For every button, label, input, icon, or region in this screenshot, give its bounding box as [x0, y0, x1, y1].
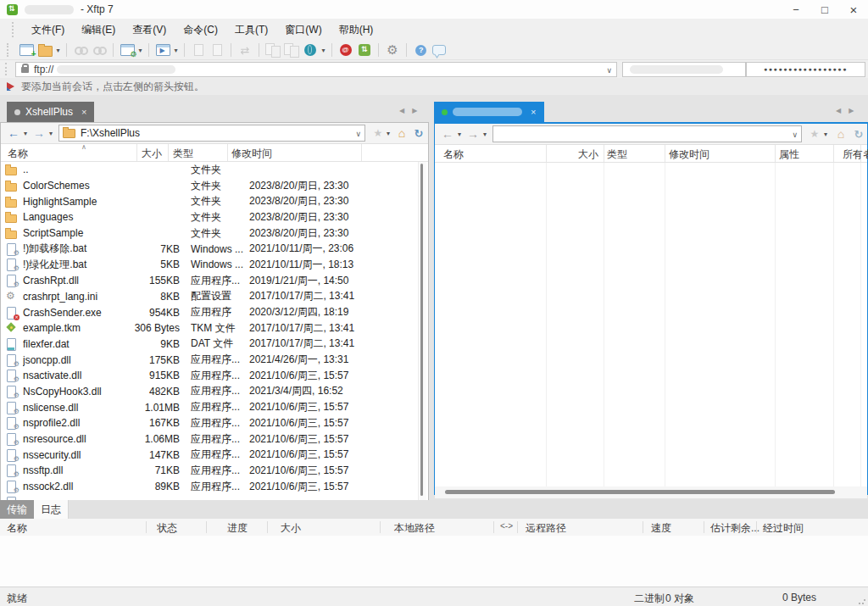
minimize-button[interactable]: −	[782, 0, 810, 19]
maximize-button[interactable]: □	[810, 0, 839, 19]
file-row[interactable]: CrashSender.exe954KB应用程序2020/3/12/周四, 18…	[1, 304, 428, 320]
tab-scroll-left-icon[interactable]: ◀	[399, 107, 404, 115]
file-row[interactable]: !)卸载移除.bat7KBWindows ...2021/10/11/周一, 2…	[1, 241, 428, 257]
col-size[interactable]: 大小	[554, 147, 598, 162]
home-button[interactable]	[833, 124, 849, 144]
col-local-path[interactable]: 本地路径	[394, 521, 435, 536]
col-modified[interactable]: 修改时间	[669, 147, 709, 162]
file-row[interactable]: example.tkm306 BytesTKM 文件2017/10/17/周二,…	[1, 320, 428, 336]
refresh-button[interactable]	[411, 123, 426, 143]
col-type[interactable]: 类型	[607, 147, 627, 162]
close-button[interactable]: ×	[839, 0, 868, 19]
col-name[interactable]: 名称	[443, 147, 464, 162]
col-progress[interactable]: 进度	[227, 521, 248, 536]
file-row[interactable]: Languages文件夹2023/8/20/周日, 23:30	[1, 209, 428, 225]
local-path-combobox[interactable]: F:\XshellPlus	[58, 125, 365, 142]
col-elapsed[interactable]: 经过时间	[763, 521, 804, 536]
path-dropdown-caret[interactable]	[355, 127, 361, 139]
favorites-dropdown-caret[interactable]	[821, 124, 830, 144]
horizontal-scrollbar[interactable]	[435, 486, 867, 498]
back-button[interactable]	[6, 123, 21, 143]
col-direction[interactable]: <->	[500, 521, 513, 531]
favorites-button[interactable]	[371, 123, 385, 143]
col-size[interactable]: 大小	[115, 147, 162, 161]
web-dropdown-caret[interactable]	[320, 47, 327, 54]
menu-help[interactable]: 帮助(H)	[331, 20, 381, 40]
close-tab-icon[interactable]: ×	[531, 107, 536, 117]
favorites-dropdown-caret[interactable]	[384, 123, 392, 143]
new-session-button[interactable]: +	[18, 42, 35, 59]
file-row[interactable]: nssftp.dll71KB应用程序...2021/10/6/周三, 15:57	[1, 463, 428, 479]
tab-local-xshellplus[interactable]: XshellPlus ×	[7, 102, 94, 122]
file-row[interactable]: ColorSchemes文件夹2023/8/20/周日, 23:30	[1, 178, 428, 194]
refresh-button[interactable]	[852, 124, 865, 144]
open-dropdown-caret[interactable]	[54, 47, 62, 54]
file-row[interactable]: ..文件夹	[1, 162, 428, 178]
menu-window[interactable]: 窗口(W)	[277, 20, 329, 40]
session-properties-button[interactable]: ⚙	[119, 42, 136, 59]
scrollbar-thumb[interactable]	[420, 164, 423, 496]
layout-dropdown-caret[interactable]	[172, 47, 180, 54]
forward-dropdown-caret[interactable]	[481, 124, 489, 144]
file-row[interactable]: !)绿化处理.bat5KBWindows ...2021/10/11/周一, 1…	[1, 257, 428, 273]
address-input[interactable]: ftp://	[15, 62, 617, 77]
help-button[interactable]	[412, 42, 429, 59]
file-row[interactable]: nsprofile2.dll167KB应用程序...2021/10/6/周三, …	[1, 415, 428, 431]
col-speed[interactable]: 速度	[651, 521, 671, 536]
launch-xshell-button[interactable]	[337, 42, 354, 59]
col-modified[interactable]: 修改时间	[231, 147, 272, 161]
tab-transfer[interactable]: 传输	[0, 500, 34, 519]
back-dropdown-caret[interactable]	[455, 124, 464, 144]
tab-scroll-right-icon[interactable]: ▶	[849, 107, 854, 115]
tab-log[interactable]: 日志	[34, 500, 69, 519]
col-remote-path[interactable]: 远程路径	[526, 521, 566, 536]
home-button[interactable]	[394, 123, 409, 143]
col-owner[interactable]: 所有者	[843, 147, 868, 162]
col-name[interactable]: 名称	[8, 147, 28, 161]
address-dropdown-caret[interactable]	[606, 64, 612, 75]
properties-dropdown-caret[interactable]	[136, 47, 144, 54]
file-row[interactable]: nslicense.dll1.01MB应用程序...2021/10/6/周三, …	[1, 399, 428, 415]
file-row[interactable]: nsresource.dll1.06MB应用程序...2021/10/6/周三,…	[1, 431, 428, 448]
feedback-button[interactable]	[431, 42, 448, 59]
col-attributes[interactable]: 属性	[779, 147, 799, 162]
layout-button[interactable]: ▶	[154, 42, 171, 59]
forward-dropdown-caret[interactable]	[47, 123, 55, 143]
vertical-scrollbar[interactable]	[418, 162, 426, 503]
favorites-button[interactable]	[808, 124, 821, 144]
open-session-button[interactable]	[36, 42, 53, 59]
file-row[interactable]: crashrpt_lang.ini8KB配置设置2017/10/17/周二, 1…	[1, 289, 428, 305]
menu-view[interactable]: 查看(V)	[125, 20, 174, 40]
col-size[interactable]: 大小	[281, 521, 301, 536]
file-row[interactable]: nssecurity.dll147KB应用程序...2021/10/6/周三, …	[1, 447, 428, 463]
file-row[interactable]: nsactivate.dll915KB应用程序...2021/10/6/周三, …	[1, 368, 428, 384]
tab-remote-session[interactable]: ×	[434, 102, 544, 122]
col-name[interactable]: 名称	[7, 521, 27, 536]
web-button[interactable]	[302, 42, 319, 59]
file-row[interactable]: HighlightSample文件夹2023/8/20/周日, 23:30	[1, 193, 428, 209]
launch-xftp-button[interactable]	[356, 42, 373, 59]
back-dropdown-caret[interactable]	[21, 123, 30, 143]
menu-command[interactable]: 命令(C)	[175, 20, 225, 40]
remote-path-combobox[interactable]	[492, 125, 802, 142]
password-input[interactable]: ●●●●●●●●●●●●●●●●●	[746, 62, 865, 77]
file-row[interactable]: ScriptSample文件夹2023/8/20/周日, 23:30	[1, 225, 428, 242]
resize-grip[interactable]	[858, 597, 866, 605]
file-row[interactable]: filexfer.dat9KBDAT 文件2017/10/17/周二, 13:4…	[1, 336, 428, 353]
file-row[interactable]: nssock2.dll89KB应用程序...2021/10/6/周三, 15:5…	[1, 479, 428, 495]
file-row[interactable]: CrashRpt.dll155KB应用程序...2019/1/21/周一, 14…	[1, 273, 428, 289]
username-input[interactable]	[622, 62, 746, 77]
menu-file[interactable]: 文件(F)	[24, 20, 72, 40]
close-tab-icon[interactable]: ×	[81, 107, 86, 117]
menu-edit[interactable]: 编辑(E)	[74, 20, 123, 40]
menu-tools[interactable]: 工具(T)	[227, 20, 275, 40]
settings-button[interactable]	[384, 42, 401, 59]
path-dropdown-caret[interactable]	[792, 128, 798, 140]
scrollbar-thumb[interactable]	[445, 490, 835, 494]
forward-button[interactable]	[31, 123, 47, 143]
forward-button[interactable]	[465, 124, 481, 144]
back-button[interactable]	[440, 124, 455, 144]
col-type[interactable]: 类型	[173, 147, 193, 161]
tab-scroll-right-icon[interactable]: ▶	[412, 107, 417, 115]
tab-scroll-left-icon[interactable]: ◀	[836, 107, 841, 115]
